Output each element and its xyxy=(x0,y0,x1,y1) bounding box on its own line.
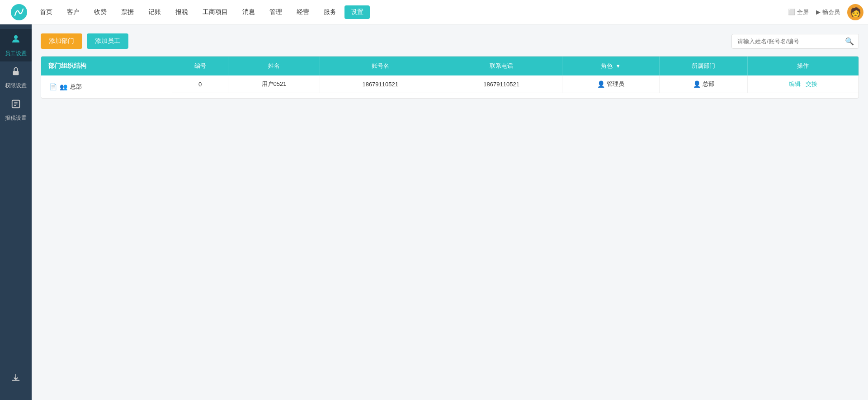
employee-icon xyxy=(10,33,21,47)
nav-home[interactable]: 首页 xyxy=(33,5,59,19)
cell-dept: 👤 总部 xyxy=(660,75,748,93)
logo xyxy=(5,4,33,20)
vip-btn[interactable]: ▶ 畅会员 xyxy=(816,8,840,16)
table-panel: 编号 姓名 账号名 联系电话 角色 ▼ 所属部门 操作 0 xyxy=(172,56,859,98)
search-box: 🔍 xyxy=(731,34,859,49)
svg-rect-2 xyxy=(13,71,19,75)
folder-icon: 📄 xyxy=(49,83,57,90)
cell-id: 0 xyxy=(172,75,228,93)
tree-node-root[interactable]: 📄 👥 总部 xyxy=(46,80,167,94)
role-badge: 👤 管理员 xyxy=(597,80,624,88)
dept-icon: 👤 xyxy=(693,80,701,88)
sidebar-item-employee-label: 员工设置 xyxy=(5,50,27,57)
col-phone: 联系电话 xyxy=(441,56,562,75)
nav-operation[interactable]: 经营 xyxy=(290,5,316,19)
nav-fee[interactable]: 收费 xyxy=(88,5,113,19)
nav-settings[interactable]: 设置 xyxy=(344,5,370,19)
col-action: 操作 xyxy=(747,56,859,75)
vip-icon: ▶ xyxy=(816,9,821,15)
fullscreen-icon: ⬜ xyxy=(788,9,795,15)
col-account: 账号名 xyxy=(320,56,441,75)
add-employee-button[interactable]: 添加员工 xyxy=(87,33,128,49)
user-group-icon: 👥 xyxy=(60,83,67,90)
nav-business[interactable]: 工商项目 xyxy=(196,5,234,19)
nav-service[interactable]: 服务 xyxy=(317,5,343,19)
avatar[interactable]: 🧑 xyxy=(847,4,863,20)
nav-tax[interactable]: 报税 xyxy=(169,5,194,19)
dept-label: 总部 xyxy=(703,80,714,88)
cell-phone: 18679110521 xyxy=(441,75,562,93)
cell-role: 👤 管理员 xyxy=(562,75,660,93)
edit-link[interactable]: 编辑 xyxy=(789,80,801,87)
svg-point-1 xyxy=(14,35,18,39)
cell-name: 用户0521 xyxy=(228,75,320,93)
col-id: 编号 xyxy=(172,56,228,75)
role-label: 管理员 xyxy=(607,80,624,88)
nav-bill[interactable]: 票据 xyxy=(115,5,140,19)
filter-icon: ▼ xyxy=(616,63,621,69)
top-navigation: 首页 客户 收费 票据 记账 报税 工商项目 消息 管理 经营 服务 设置 ⬜ … xyxy=(0,0,868,24)
col-name: 姓名 xyxy=(228,56,320,75)
tree-panel: 部门组织结构 📄 👥 总部 xyxy=(41,56,172,98)
add-dept-button[interactable]: 添加部门 xyxy=(41,33,82,49)
fullscreen-btn[interactable]: ⬜ 全屏 xyxy=(788,8,809,16)
lock-icon xyxy=(11,66,21,79)
cell-actions: 编辑 交接 xyxy=(747,75,859,93)
search-button[interactable]: 🔍 xyxy=(840,34,859,48)
nav-client[interactable]: 客户 xyxy=(61,5,86,19)
table-row: 0 用户0521 18679110521 18679110521 👤 管理员 xyxy=(172,75,859,93)
tax-icon xyxy=(11,99,21,112)
main-content: 添加部门 添加员工 🔍 部门组织结构 📄 👥 总部 编 xyxy=(32,24,868,400)
col-dept: 所属部门 xyxy=(660,56,748,75)
tree-header: 部门组织结构 xyxy=(41,56,172,75)
sidebar-item-permission-settings[interactable]: 权限设置 xyxy=(0,61,32,94)
nav-right-area: ⬜ 全屏 ▶ 畅会员 🧑 xyxy=(788,4,863,20)
transfer-link[interactable]: 交接 xyxy=(806,80,817,87)
search-input[interactable] xyxy=(732,35,840,47)
logo-icon xyxy=(11,4,27,20)
sidebar-download-btn[interactable] xyxy=(0,363,32,395)
tree-node-root-label: 总部 xyxy=(70,83,82,91)
download-icon xyxy=(11,373,21,386)
content-area: 部门组织结构 📄 👥 总部 编号 姓名 账号名 联系电话 xyxy=(41,56,859,99)
dept-badge: 👤 总部 xyxy=(693,80,714,88)
main-navigation: 首页 客户 收费 票据 记账 报税 工商项目 消息 管理 经营 服务 设置 xyxy=(33,5,788,19)
col-role[interactable]: 角色 ▼ xyxy=(562,56,660,75)
sidebar-item-tax-settings[interactable]: 报税设置 xyxy=(0,94,32,127)
tree-body: 📄 👥 总部 xyxy=(41,75,172,98)
fullscreen-label: 全屏 xyxy=(797,8,809,16)
nav-account[interactable]: 记账 xyxy=(142,5,167,19)
col-role-label: 角色 xyxy=(601,62,613,69)
role-icon: 👤 xyxy=(597,80,605,88)
toolbar: 添加部门 添加员工 🔍 xyxy=(41,33,859,49)
table-header-row: 编号 姓名 账号名 联系电话 角色 ▼ 所属部门 操作 xyxy=(172,56,859,75)
sidebar-item-permission-label: 权限设置 xyxy=(5,82,27,89)
cell-account: 18679110521 xyxy=(320,75,441,93)
nav-message[interactable]: 消息 xyxy=(236,5,261,19)
nav-manage[interactable]: 管理 xyxy=(263,5,288,19)
sidebar: 员工设置 权限设置 报税设置 xyxy=(0,24,32,400)
employee-table: 编号 姓名 账号名 联系电话 角色 ▼ 所属部门 操作 0 xyxy=(172,56,859,93)
sidebar-item-tax-label: 报税设置 xyxy=(5,114,27,122)
sidebar-item-employee-settings[interactable]: 员工设置 xyxy=(0,29,32,61)
vip-label: 畅会员 xyxy=(822,8,840,16)
